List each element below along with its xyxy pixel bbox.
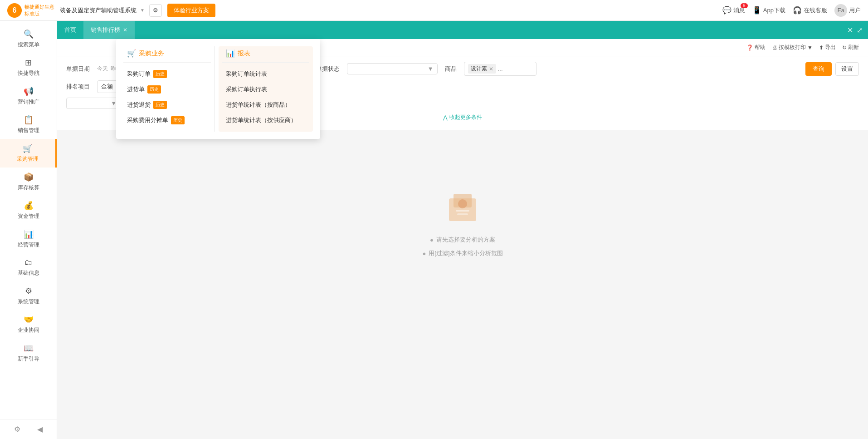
box-icon: 📦 — [24, 172, 34, 182]
main-content: ● 请先选择要分析的方案 ● 用[过滤]条件来缩小分析范围 — [57, 130, 868, 439]
tab-bar-right: ✕ ⤢ — [847, 26, 868, 35]
logo-letter: 6 — [13, 6, 17, 15]
tab-home[interactable]: 首页 — [57, 21, 83, 39]
hist-tag: 历史 — [147, 85, 161, 94]
system-title-dropdown[interactable]: 装备及固定资产辅助管理系统 ▼ — [60, 6, 145, 15]
sidebar-bottom: ⚙ ◀ — [0, 419, 57, 439]
tab-maximize-btn[interactable]: ⤢ — [857, 26, 863, 35]
print-btn[interactable]: 🖨 按模板打印 ▼ — [772, 44, 813, 51]
export-btn[interactable]: ⬆ 导出 — [819, 44, 836, 51]
sidebar-item-label: 采购管理 — [17, 155, 39, 163]
dropdown-item-purchase-order-stat[interactable]: 采购订单统计表 — [222, 66, 310, 82]
tab-close-window-btn[interactable]: ✕ — [847, 26, 853, 35]
dropdown-item-purchase-order[interactable]: 采购订单 历史 — [123, 66, 211, 82]
dropdown-item-incoming[interactable]: 进货单 历史 — [123, 82, 211, 97]
settings-icon-btn[interactable]: ⚙ — [149, 4, 162, 17]
sidebar-item-label: 搜索菜单 — [18, 41, 39, 49]
logo-area: 6 畅捷通好生意 标准版 — [7, 3, 54, 18]
notifications-btn[interactable]: 💬 9 消息 — [722, 6, 745, 15]
purchase-col: 🛒 采购业务 采购订单 历史 进货单 历史 进货退货 历史 — [123, 46, 211, 132]
export-icon: ⬆ — [819, 44, 824, 51]
user-menu-btn[interactable]: Ea 用户 — [834, 4, 861, 17]
hist-tag: 历史 — [153, 101, 167, 109]
sidebar-item-operations[interactable]: 📊 经营管理 — [0, 225, 57, 253]
sidebar-item-sales-mgmt[interactable]: 📋 销售管理 — [0, 110, 57, 139]
sidebar-item-cooperation[interactable]: 🤝 企业协同 — [0, 310, 57, 339]
app-download-btn[interactable]: 📱 App下载 — [752, 6, 785, 15]
refresh-label: 刷新 — [848, 44, 859, 51]
sidebar-item-label: 企业协同 — [18, 326, 39, 334]
dropdown-item-label: 进货退货 — [127, 101, 151, 109]
sidebar-settings-btn[interactable]: ⚙ — [14, 425, 20, 434]
dropdown-item-label: 进货单 — [127, 85, 145, 94]
goods-tag-close-icon[interactable]: ✕ — [489, 66, 493, 72]
sidebar-item-label: 资金管理 — [18, 212, 39, 220]
svg-point-2 — [458, 199, 467, 208]
tab-bar: 首页 销售排行榜 ✕ ✕ ⤢ — [57, 21, 868, 39]
dropdown-item-purchase-expense[interactable]: 采购费用分摊单 历史 — [123, 113, 211, 128]
help-btn[interactable]: ❓ 帮助 — [746, 44, 766, 51]
dropdown-divider — [215, 46, 215, 132]
collapse-label: 收起更多条件 — [449, 113, 482, 121]
svg-rect-3 — [456, 210, 469, 212]
sidebar-item-label: 新手引导 — [18, 355, 39, 363]
print-label: 按模板打印 — [779, 44, 806, 51]
dropdown-item-incoming-stat-by-goods[interactable]: 进货单统计表（按商品） — [222, 97, 310, 113]
sidebar-item-label: 营销推广 — [18, 98, 39, 106]
tab-sales-rank-label: 销售排行榜 — [91, 26, 120, 34]
sidebar-collapse-btn[interactable]: ◀ — [37, 425, 43, 434]
report-col-title: 📊 报表 — [222, 46, 310, 63]
dropdown-item-incoming-stat-by-supplier[interactable]: 进货单统计表（按供应商） — [222, 113, 310, 128]
query-btn[interactable]: 查询 — [805, 62, 832, 76]
settings-btn-filter[interactable]: 设置 — [835, 62, 859, 76]
sidebar-item-purchase-mgmt[interactable]: 🛒 采购管理 — [0, 139, 57, 168]
sidebar-item-inventory[interactable]: 📦 库存核算 — [0, 168, 57, 196]
area-filter-select[interactable]: ▼ — [66, 98, 121, 109]
dropdown-item-label: 采购订单 — [127, 70, 151, 78]
logo-icon: 6 — [7, 3, 22, 18]
notification-badge: 9 — [741, 3, 748, 8]
sidebar-item-search-menu[interactable]: 🔍 搜索菜单 — [0, 25, 57, 53]
rank-filter-label: 排名项目 — [66, 83, 90, 91]
sidebar-item-finance[interactable]: 💰 资金管理 — [0, 196, 57, 225]
goods-filter-input[interactable]: 设计素 ✕ ... — [464, 62, 536, 76]
placeholder-text-2: 用[过滤]条件来缩小分析范围 — [429, 249, 502, 257]
chevron-up-icon: ⋀ — [443, 114, 448, 121]
status-filter-select[interactable]: ▼ — [347, 63, 438, 74]
industry-btn[interactable]: 体验行业方案 — [167, 4, 215, 17]
tab-sales-rank[interactable]: 销售排行榜 ✕ — [83, 21, 135, 39]
search-icon: 🔍 — [24, 29, 34, 39]
phone-icon: 📱 — [752, 6, 761, 15]
sidebar-item-marketing[interactable]: 📢 营销推广 — [0, 82, 57, 110]
sidebar-item-label: 库存核算 — [18, 184, 39, 192]
goods-dots[interactable]: ... — [498, 65, 503, 72]
print-dropdown-arrow: ▼ — [807, 44, 813, 51]
user-label: 用户 — [849, 6, 861, 15]
sidebar-item-quick-nav[interactable]: ⊞ 快捷导航 — [0, 53, 57, 82]
logo-text: 畅捷通好生意 标准版 — [24, 4, 54, 17]
date-preset-today[interactable]: 今天 — [97, 65, 108, 73]
hist-tag: 历史 — [171, 116, 185, 124]
app-download-label: App下载 — [763, 6, 785, 15]
headset-icon: 🎧 — [793, 6, 802, 15]
goods-tag: 设计素 ✕ — [468, 64, 496, 74]
sidebar-item-basic-info[interactable]: 🗂 基础信息 — [0, 253, 57, 281]
print-icon: 🖨 — [772, 44, 777, 51]
sidebar-item-label: 基础信息 — [18, 269, 39, 277]
money-icon: 💰 — [24, 201, 34, 211]
dropdown-item-purchase-order-exec[interactable]: 采购订单执行表 — [222, 82, 310, 97]
sidebar-item-label: 系统管理 — [18, 298, 39, 306]
export-label: 导出 — [825, 44, 836, 51]
dropdown-item-label: 采购费用分摊单 — [127, 116, 168, 124]
sidebar-item-label: 快捷导航 — [18, 69, 39, 77]
refresh-btn[interactable]: ↻ 刷新 — [842, 44, 859, 51]
sidebar-nav: 🔍 搜索菜单 ⊞ 快捷导航 📢 营销推广 📋 销售管理 🛒 采购管理 — [0, 21, 57, 419]
tab-close-icon[interactable]: ✕ — [123, 27, 127, 33]
online-service-btn[interactable]: 🎧 在线客服 — [793, 6, 827, 15]
sidebar-item-new-guide[interactable]: 📖 新手引导 — [0, 339, 57, 367]
report-title-text: 报表 — [238, 49, 250, 58]
gear-icon: ⚙ — [153, 7, 158, 14]
collapse-btn[interactable]: ⋀ 收起更多条件 — [443, 113, 482, 121]
sidebar-item-system-mgmt[interactable]: ⚙ 系统管理 — [0, 281, 57, 310]
dropdown-item-incoming-return[interactable]: 进货退货 历史 — [123, 97, 211, 113]
